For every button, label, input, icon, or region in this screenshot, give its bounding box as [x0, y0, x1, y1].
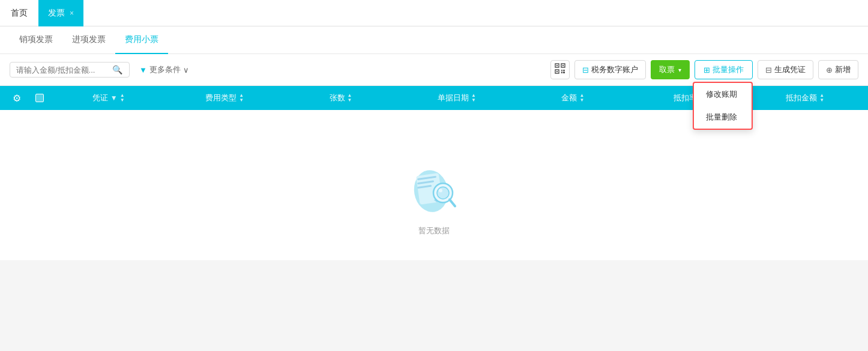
generate-icon: ⊟	[765, 66, 772, 75]
count-sort-icon[interactable]: ▲▼	[348, 93, 352, 103]
toolbar-left: 🔍 ▼ 更多条件 ∨	[10, 62, 194, 78]
svg-rect-5	[556, 71, 558, 72]
svg-rect-8	[561, 72, 562, 73]
svg-point-18	[439, 189, 442, 192]
batch-operations-button[interactable]: ⊞ 批量操作	[695, 60, 753, 79]
empty-illustration	[404, 158, 464, 218]
chevron-down-icon: ∨	[183, 66, 189, 75]
tax-account-button[interactable]: ⊟ 税务数字账户	[574, 60, 646, 79]
search-input[interactable]	[16, 66, 112, 75]
th-count[interactable]: 张数 ▲▼	[283, 93, 399, 103]
empty-state-label: 暂无数据	[418, 225, 450, 236]
more-conditions-button[interactable]: ▼ 更多条件 ∨	[134, 62, 194, 78]
svg-rect-6	[561, 70, 562, 71]
batch-dropdown-menu: 修改账期 批量删除	[693, 82, 753, 130]
th-deduct-amount[interactable]: 抵扣金额 ▲▼	[747, 93, 863, 103]
invoice-tab[interactable]: 发票 ×	[38, 0, 83, 26]
tax-account-label: 税务数字账户	[591, 64, 638, 75]
sub-nav-sales-invoice[interactable]: 销项发票	[10, 26, 62, 54]
generate-voucher-button[interactable]: ⊟ 生成凭证	[758, 60, 813, 79]
deduct-amount-sort-icon[interactable]: ▲▼	[819, 93, 824, 103]
th-expense-type[interactable]: 费用类型 ▲▼	[166, 93, 282, 103]
toolbar-right: ⊟ 税务数字账户 取票 ▾ ⊞ 批量操作 修改账期	[550, 60, 858, 79]
svg-rect-3	[556, 65, 558, 66]
invoice-tab-close[interactable]: ×	[70, 9, 74, 17]
home-tab[interactable]: 首页	[0, 0, 38, 26]
add-icon: ⊕	[826, 66, 833, 75]
dropdown-item-batch-delete[interactable]: 批量删除	[694, 106, 752, 129]
svg-line-17	[450, 200, 455, 206]
settings-icon[interactable]: ⚙	[13, 93, 21, 104]
svg-rect-7	[563, 70, 565, 71]
th-voucher[interactable]: 凭证 ▼ ▲▼	[50, 93, 166, 103]
take-arrow-icon: ▾	[678, 67, 681, 73]
search-icon[interactable]: 🔍	[112, 65, 122, 75]
generate-voucher-label: 生成凭证	[774, 64, 806, 75]
batch-operations-label: 批量操作	[713, 64, 744, 75]
th-settings[interactable]: ⚙	[5, 93, 29, 104]
more-conditions-label: 更多条件	[149, 64, 181, 75]
filter-icon: ▼	[139, 66, 147, 75]
amount-sort-icon[interactable]: ▲▼	[579, 93, 584, 103]
empty-state: 暂无数据	[0, 110, 868, 260]
svg-rect-9	[563, 72, 565, 73]
home-label: 首页	[11, 8, 28, 19]
voucher-filter-icon: ▼	[110, 94, 118, 102]
batch-icon: ⊞	[704, 66, 710, 75]
take-ticket-label: 取票	[659, 64, 675, 75]
date-sort-icon[interactable]: ▲▼	[471, 93, 476, 103]
dropdown-item-modify-period[interactable]: 修改账期	[694, 83, 752, 106]
th-amount[interactable]: 金额 ▲▼	[515, 93, 631, 103]
svg-rect-4	[562, 65, 564, 66]
qr-button[interactable]	[550, 60, 570, 79]
search-box: 🔍	[10, 62, 130, 78]
th-date[interactable]: 单据日期 ▲▼	[399, 93, 514, 103]
voucher-sort-icon[interactable]: ▲▼	[120, 93, 125, 103]
select-all-checkbox[interactable]	[35, 94, 44, 102]
th-checkbox[interactable]	[29, 94, 50, 102]
toolbar: 🔍 ▼ 更多条件 ∨	[0, 54, 868, 86]
invoice-tab-label: 发票	[48, 8, 65, 19]
svg-point-16	[437, 187, 449, 199]
add-button[interactable]: ⊕ 新增	[818, 60, 858, 79]
expense-sort-icon[interactable]: ▲▼	[239, 93, 244, 103]
sub-navigation: 销项发票 进项发票 费用小票	[0, 26, 868, 54]
take-ticket-button[interactable]: 取票 ▾	[651, 60, 690, 79]
tax-icon: ⊟	[582, 66, 589, 75]
sub-nav-purchase-invoice[interactable]: 进项发票	[62, 26, 115, 54]
qr-icon	[555, 63, 565, 77]
batch-operations-wrapper: ⊞ 批量操作 修改账期 批量删除	[695, 60, 753, 79]
add-label: 新增	[835, 64, 851, 75]
sub-nav-expense-receipt[interactable]: 费用小票	[115, 26, 168, 54]
